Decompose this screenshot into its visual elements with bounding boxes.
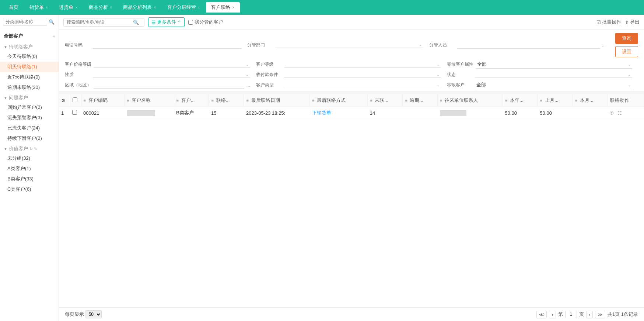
select-all-checkbox[interactable] [73, 97, 77, 102]
col-customer-code[interactable]: ≡ 客户编码 [81, 94, 125, 107]
filter-nature-select[interactable]: ⌄ [93, 72, 250, 78]
col-this-month[interactable]: ≡ 本月... [573, 94, 608, 107]
filter-phone-input[interactable] [93, 42, 241, 49]
dept-chevron-icon: ⌄ [419, 43, 422, 47]
sidebar-item-today-contact[interactable]: 今天待联络(0) [0, 51, 59, 62]
filter-payment-select[interactable]: ⌄ [284, 72, 441, 78]
cell-type: B类客户 [174, 107, 209, 119]
settings-icon[interactable]: ⚙ [61, 98, 66, 103]
col-action: 联络动作 [608, 94, 644, 107]
customer-type-chevron-icon: ⌄ [437, 83, 440, 87]
nav-product-analysis-list[interactable]: 商品分析列表 × [118, 2, 161, 13]
top-navigation: 首页 销货单 × 进货单 × 商品分析 × 商品分析列表 × 客户分层经营 × … [0, 0, 644, 15]
filter-customer-type-select[interactable]: ⌄ [284, 82, 441, 88]
nav-purchase[interactable]: 进货单 × [54, 2, 83, 13]
page-size-select[interactable]: 50 [85, 310, 102, 318]
sidebar-item-abnormal[interactable]: 回购异常客户(2) [0, 102, 59, 113]
nav-close-purchase[interactable]: × [75, 5, 77, 10]
sidebar-search-area: 🔍 [0, 15, 59, 29]
col-last-contact-method[interactable]: ≡ 最后联络方式 [310, 94, 368, 107]
nav-sales-order[interactable]: 销货单 × [24, 2, 53, 13]
col-checkbox[interactable] [70, 94, 81, 107]
col-customer-type[interactable]: ≡ 客户... [174, 94, 209, 107]
filter-price-level-select[interactable]: ⌄ [94, 62, 250, 68]
col-customer-name[interactable]: ≡ 客户名称 [125, 94, 174, 107]
nav-customer-contact[interactable]: 客户联络 × [206, 2, 239, 13]
nav-home[interactable]: 首页 [4, 2, 24, 13]
collapse-icon: « [53, 34, 55, 38]
cell-last-month: 50.00 [538, 107, 573, 119]
nav-customer-segmentation[interactable]: 客户分层经营 × [162, 2, 205, 13]
cell-checkbox[interactable] [70, 107, 81, 119]
sidebar-item-churned[interactable]: 已流失客户(24) [0, 123, 59, 133]
action-more-icon[interactable]: ☷ [617, 110, 622, 116]
col-unlinkable[interactable]: ≡ 未联... [368, 94, 403, 107]
cell-last-method[interactable]: 下销货单 [310, 107, 368, 119]
sidebar-search-input[interactable] [3, 18, 47, 26]
nav-close-contact[interactable]: × [232, 5, 234, 10]
col-settings[interactable]: ⚙ [59, 94, 70, 107]
filter-retail-attr-select[interactable]: 全部 ⌄ [476, 60, 632, 69]
first-page-button[interactable]: ≪ [536, 311, 547, 318]
col-contact-count[interactable]: ≡ 联络... [209, 94, 244, 107]
filter-row-4: 区域（地区） ... 客户类型 ⌄ 零散客户 全部 ⌄ [65, 81, 638, 89]
more-filter-button[interactable]: ☰ 更多条件 ⌃ [148, 17, 185, 27]
filter-status-select[interactable]: ⌄ [475, 72, 632, 78]
col-last-contact-date[interactable]: ≡ 最后联络日期 [244, 94, 310, 107]
pagination: ≪ ‹ 第 页 › ≫ 共1页 1条记录 [536, 311, 638, 318]
nav-close-sales[interactable]: × [46, 5, 48, 10]
next-page-button[interactable]: › [586, 311, 593, 318]
my-customers-checkbox-label[interactable]: 我分管的客户 [188, 19, 223, 25]
nav-product-analysis[interactable]: 商品分析 × [84, 2, 117, 13]
row-checkbox[interactable] [72, 110, 77, 115]
filter-row-2: 客户价格等级 ⌄ 客户等级 ⌄ 零散客户属性 全部 [65, 60, 638, 69]
export-button[interactable]: ⇧ 导出 [625, 19, 640, 25]
toolbar-search-icon[interactable]: 🔍 [133, 20, 139, 25]
col-this-year[interactable]: ≡ 本年... [503, 94, 538, 107]
nav-close-product-list[interactable]: × [154, 5, 156, 10]
sidebar-item-week-contact[interactable]: 近7天待联络(0) [0, 72, 59, 82]
sidebar-item-b-class[interactable]: B类客户(33) [0, 174, 59, 184]
action-phone-icon[interactable]: ✆ [610, 110, 614, 116]
sidebar-item-a-class[interactable]: A类客户(1) [0, 163, 59, 174]
sidebar-item-declining[interactable]: 持续下滑客户(2) [0, 133, 59, 144]
query-button[interactable]: 查询 [615, 33, 638, 44]
sidebar-all-customers[interactable]: 全部客户 « [0, 31, 59, 42]
filter-retail-attr: 零散客户属性 全部 ⌄ [447, 60, 638, 69]
col-overdue[interactable]: ≡ 逾期... [403, 94, 438, 107]
cell-unlinkable: 14 [368, 107, 403, 119]
search-input[interactable] [67, 20, 133, 25]
sidebar-item-unclassified[interactable]: 未分组(32) [0, 153, 59, 163]
sidebar-item-tomorrow-contact[interactable]: 明天待联络(1) [0, 62, 59, 72]
reset-button[interactable]: 设置 [615, 46, 638, 57]
sidebar-value-group: ▼ 价值客户 ↻ ✎ [0, 144, 59, 153]
batch-operation-button[interactable]: ☑ 批量操作 [596, 19, 621, 25]
col-last-month[interactable]: ≡ 上月... [538, 94, 573, 107]
my-customers-checkbox[interactable] [188, 20, 193, 25]
filter-region-input[interactable] [94, 82, 244, 89]
filter-customer-level-select[interactable]: ⌄ [284, 62, 441, 68]
prev-page-button[interactable]: ‹ [549, 311, 556, 318]
sidebar-item-c-class[interactable]: C类客户(6) [0, 184, 59, 194]
value-group-icons: ↻ ✎ [29, 146, 37, 151]
nav-close-product-analysis[interactable]: × [110, 5, 112, 10]
content-area: 🔍 ☰ 更多条件 ⌃ 我分管的客户 ☑ 批量操作 ⇧ 导出 [59, 15, 644, 321]
sidebar-item-overdue-contact[interactable]: 逾期未联络(30) [0, 82, 59, 93]
last-page-button[interactable]: ≫ [595, 311, 605, 318]
col-sort-icon-4: ≡ [211, 98, 213, 103]
sidebar-item-at-risk[interactable]: 流失预警客户(3) [0, 113, 59, 123]
col-unit-contact[interactable]: ≡ 往来单位联系人 [438, 94, 503, 107]
filter-nature: 性质 ⌄ [65, 72, 256, 78]
masked-name: ████ [127, 110, 155, 116]
sidebar-search-icon[interactable]: 🔍 [49, 19, 55, 25]
filter-person-input[interactable] [457, 42, 600, 49]
sidebar-pending-group: ▼ 待联络客户 [0, 42, 59, 51]
filter-region-dots[interactable]: ... [246, 83, 250, 88]
filter-retail-select[interactable]: 全部 ⌄ [475, 81, 632, 89]
search-box[interactable]: 🔍 [63, 18, 144, 27]
filter-person-dots[interactable]: ... [602, 42, 606, 48]
page-number-input[interactable] [565, 311, 577, 318]
nav-close-segmentation[interactable]: × [198, 5, 200, 10]
filter-dept-select[interactable]: ⌄ [275, 42, 424, 48]
filter-payment: 收付款条件 ⌄ [256, 72, 447, 78]
